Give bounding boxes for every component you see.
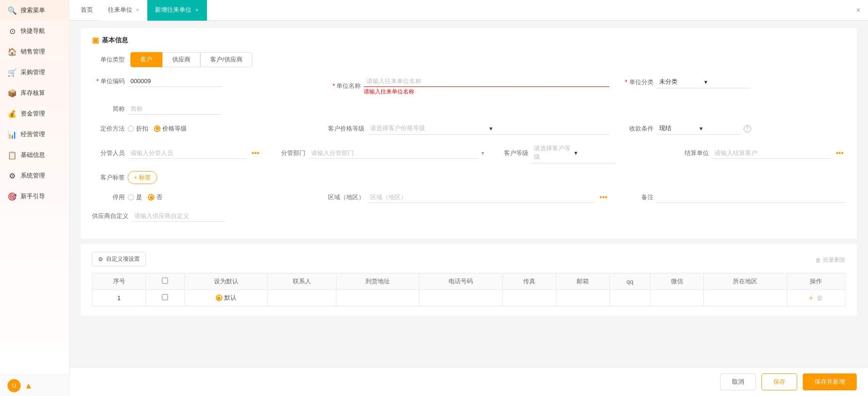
required-star-name: *: [333, 82, 335, 89]
sidebar-item-basic[interactable]: 📋 基础信息: [0, 145, 69, 165]
remark-input[interactable]: [656, 192, 845, 203]
add-row-icon[interactable]: +: [809, 294, 813, 302]
operations-icon: 📊: [8, 130, 17, 139]
department-input[interactable]: [308, 148, 479, 159]
sidebar-item-inventory-label: 库存核算: [21, 89, 45, 97]
table-section-header: ⚙ 自定义项设置 🗑 批量删除: [92, 252, 845, 270]
payment-terms-help[interactable]: ?: [744, 125, 751, 132]
sidebar-item-system[interactable]: ⚙ 系统管理: [0, 165, 69, 186]
sidebar-item-finance[interactable]: 💰 资金管理: [0, 103, 69, 124]
unit-type-customer[interactable]: 客户: [130, 52, 162, 67]
disabled-radio-group: 是 否: [128, 193, 162, 202]
sales-icon: 🏠: [8, 47, 17, 56]
add-tag-button[interactable]: + 标签: [128, 171, 157, 184]
region-input[interactable]: [367, 192, 594, 203]
custom-settings-button[interactable]: ⚙ 自定义项设置: [92, 252, 146, 266]
unit-name-input-wrap: 请输入往来单位名称: [364, 76, 609, 96]
supplier-custom-input[interactable]: [131, 210, 225, 222]
short-name-input[interactable]: [128, 103, 221, 115]
delete-row-icon[interactable]: 🗑: [816, 294, 823, 302]
gear-icon: ⚙: [98, 256, 103, 263]
disabled-label: 停用: [92, 193, 125, 202]
customer-price-level-label: 客户价格等级: [328, 124, 365, 133]
disabled-yes[interactable]: 是: [128, 193, 142, 202]
pricing-method-field: 定价方法 折扣 价格等级: [92, 124, 317, 133]
sidebar-item-inventory[interactable]: 📦 库存核算: [0, 83, 69, 103]
row-shortname: 简称: [92, 103, 845, 115]
unit-category-select[interactable]: 未分类 ▾: [656, 76, 750, 88]
settlement-unit-input[interactable]: [712, 148, 831, 159]
settlement-unit-more-btn[interactable]: •••: [834, 149, 845, 157]
sidebar-item-operations[interactable]: 📊 经营管理: [0, 124, 69, 145]
customer-price-level-select[interactable]: 请选择客户价格等级 ▾: [367, 122, 609, 135]
sidebar-item-purchase[interactable]: 🛒 采购管理: [0, 62, 69, 83]
unit-code-field: * 单位编码: [92, 76, 317, 87]
col-default: 设为默认: [184, 273, 267, 290]
sidebar-bottom: U ▲: [0, 375, 69, 396]
sidebar-item-search-label: 搜索菜单: [21, 6, 45, 15]
unit-type-supplier[interactable]: 供应商: [162, 52, 200, 67]
col-checkbox: [146, 273, 185, 290]
search-icon: 🔍: [8, 6, 17, 15]
unit-category-label: * 单位分类: [621, 78, 654, 86]
section-title: ▣ 基本信息: [92, 36, 845, 45]
pricing-price-level[interactable]: 价格等级: [154, 124, 187, 133]
supplier-custom-label: 供应商自定义: [92, 212, 129, 220]
row-disabled: 停用 是 否 区域（地区） •••: [92, 192, 845, 203]
unit-name-input[interactable]: [364, 76, 609, 87]
row-seq: 1: [92, 290, 146, 306]
tab-new-partner-close[interactable]: ×: [194, 6, 199, 14]
manager-more-btn[interactable]: •••: [250, 149, 261, 157]
purchase-icon: 🛒: [8, 68, 17, 77]
sidebar-item-guide[interactable]: 🎯 新手引导: [0, 186, 69, 207]
sidebar-item-search[interactable]: 🔍 搜索菜单: [0, 0, 69, 21]
customer-tag-label: 客户标签: [92, 173, 125, 182]
row-default-radio[interactable]: 默认: [190, 294, 263, 302]
finance-icon: 💰: [8, 109, 17, 118]
row-qq: [609, 290, 650, 306]
unit-code-input[interactable]: [128, 76, 221, 87]
cancel-button[interactable]: 取消: [720, 373, 756, 390]
tab-partners[interactable]: 往来单位 ×: [100, 0, 147, 21]
settlement-unit-label: 结算单位: [676, 149, 709, 157]
customer-level-select[interactable]: 请选择客户等级 ▾: [531, 142, 616, 163]
disabled-no[interactable]: 否: [148, 193, 162, 202]
sidebar-item-sales[interactable]: 🏠 销售管理: [0, 41, 69, 62]
remark-label: 备注: [621, 193, 654, 202]
payment-terms-select[interactable]: 现结 ▾: [656, 122, 741, 135]
tab-new-partner[interactable]: 新增往来单位 ×: [147, 0, 206, 21]
window-close-icon[interactable]: ×: [853, 6, 864, 15]
select-all-checkbox[interactable]: [162, 278, 168, 284]
col-region: 所在地区: [704, 273, 787, 290]
trash-icon: 🗑: [815, 257, 821, 264]
radio-no-circle: [148, 194, 154, 201]
customer-price-level-placeholder: 请选择客户价格等级: [370, 124, 487, 132]
required-star-cat: *: [625, 78, 627, 85]
payment-terms-label: 收款条件: [621, 124, 654, 133]
region-more-btn[interactable]: •••: [598, 193, 609, 202]
custom-settings-label: 自定义项设置: [106, 255, 140, 263]
tab-partners-close[interactable]: ×: [135, 6, 140, 14]
save-button[interactable]: 保存: [761, 373, 797, 390]
row-supplier-custom: 供应商自定义: [92, 210, 845, 222]
unit-type-both[interactable]: 客户/供应商: [200, 52, 252, 67]
col-action: 操作: [787, 273, 845, 290]
customer-level-placeholder: 请选择客户等级: [534, 144, 572, 161]
row-select-checkbox[interactable]: [162, 294, 168, 300]
pricing-discount[interactable]: 折扣: [128, 124, 148, 133]
save-new-button[interactable]: 保存并新增: [803, 373, 857, 390]
row-pricing: 定价方法 折扣 价格等级 客户价格等级: [92, 122, 845, 135]
radio-yes-circle: [128, 194, 134, 201]
tab-home[interactable]: 首页: [73, 0, 100, 21]
sidebar: 🔍 搜索菜单 ⊙ 快捷导航 🏠 销售管理 🛒 采购管理 📦 库存核算 💰 资金管…: [0, 0, 69, 396]
row-action-icons: + 🗑: [792, 294, 840, 302]
col-seq: 序号: [92, 273, 146, 290]
sidebar-item-quicknav[interactable]: ⊙ 快捷导航: [0, 21, 69, 41]
supplier-custom-field: 供应商自定义: [92, 210, 320, 222]
unit-type-field: 单位类型 客户 供应商 客户/供应商: [92, 52, 252, 67]
unit-code-label: * 单位编码: [92, 77, 125, 85]
manager-input[interactable]: [128, 148, 247, 159]
customer-price-level-chevron: ▾: [489, 125, 607, 132]
contacts-table: 序号 设为默认 联系人 到货地址 电话号码 传真 邮箱 qq 微信 所在地区 操…: [92, 273, 845, 306]
payment-terms-chevron: ▾: [700, 125, 738, 132]
